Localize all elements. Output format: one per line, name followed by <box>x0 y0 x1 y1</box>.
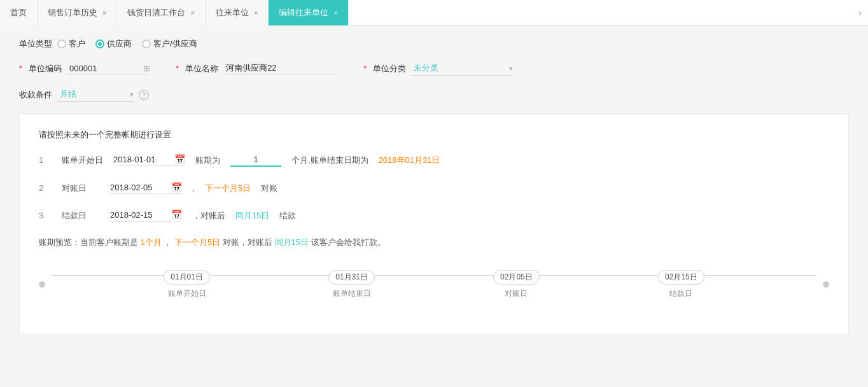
radio-circle-customer-supplier <box>142 39 151 48</box>
unit-code-input[interactable] <box>67 62 143 74</box>
calendar-icon-2[interactable]: 📅 <box>171 182 182 192</box>
unit-category-required: * <box>363 64 367 73</box>
tab-edit-partner-units-label: 编辑往来单位 <box>279 7 328 18</box>
payment-terms-label: 收款条件 <box>19 89 52 101</box>
close-icon[interactable]: × <box>190 9 194 17</box>
row-num-3: 3 <box>39 211 52 220</box>
payment-terms-row: 收款条件 月结 ▾ ? <box>19 87 849 102</box>
close-icon[interactable]: × <box>254 9 258 17</box>
radio-customer-supplier-label: 客户/供应商 <box>153 38 197 50</box>
unit-code-field: * 单位编码 ⊞ <box>19 62 150 75</box>
timeline-badge-4: 02月15日 <box>658 270 704 285</box>
copy-icon[interactable]: ⊞ <box>143 64 150 73</box>
tab-edit-partner-units[interactable]: 编辑往来单位 × <box>269 0 348 25</box>
tab-sales-order-history-label: 销售订单历史 <box>48 7 97 18</box>
radio-circle-supplier <box>95 39 104 48</box>
tabs-scroll-right[interactable]: › <box>852 7 868 18</box>
timeline-node-2: 01月31日 账单结束日 <box>328 270 375 299</box>
preview-suffix: 该客户会给我打款。 <box>311 237 386 247</box>
chevron-down-icon: ▾ <box>130 90 134 99</box>
payment-terms-field: 收款条件 月结 ▾ ? <box>19 87 149 102</box>
calendar-icon-3[interactable]: 📅 <box>171 209 182 220</box>
close-icon[interactable]: × <box>102 9 106 17</box>
unit-name-label: 单位名称 <box>185 63 218 74</box>
row-desc-months: 个月,账单结束日期为 <box>291 155 368 166</box>
date-value-2: 2018-02-05 <box>110 183 167 192</box>
radio-supplier[interactable]: 供应商 <box>95 38 132 50</box>
date-value-3: 2018-02-15 <box>110 210 167 220</box>
tab-sales-order-history[interactable]: 销售订单历史 × <box>38 0 117 25</box>
calendar-icon-1[interactable]: 📅 <box>174 154 185 164</box>
timeline-badge-2: 01月31日 <box>328 270 375 285</box>
preview-payment-day: 同月15日 <box>275 237 309 247</box>
config-row-3: 3 结款日 2018-02-15 📅 ，对账后 同月15日 结款 <box>39 209 829 222</box>
date-field-3: 2018-02-15 📅 <box>110 209 182 222</box>
unit-type-radio-group: 客户 供应商 客户/供应商 <box>57 38 197 50</box>
timeline-node-4: 02月15日 结款日 <box>658 270 704 299</box>
row-desc-payment-pre: ，对账后 <box>192 210 225 222</box>
unit-name-field: * 单位名称 <box>176 62 338 75</box>
preview-prefix: 账期预览：当前客户账期是 <box>39 237 138 247</box>
tab-cash-work-bench[interactable]: 钱货日清工作台 × <box>117 0 205 25</box>
radio-customer-supplier[interactable]: 客户/供应商 <box>142 38 197 50</box>
chevron-down-icon: ▾ <box>509 64 513 73</box>
bill-end-date: 2018年01月31日 <box>379 155 440 166</box>
row-desc-payment-post: 结款 <box>279 210 296 222</box>
row-desc-reconcile-post: 对账 <box>261 183 277 194</box>
tab-partner-units-label: 往来单位 <box>216 7 249 18</box>
row-label-2: 对账日 <box>62 183 100 194</box>
row-desc-reconcile-pre: , <box>192 183 195 193</box>
preview-months: 1个月 <box>141 237 162 247</box>
tab-partner-units[interactable]: 往来单位 × <box>206 0 269 25</box>
close-icon[interactable]: × <box>333 9 337 17</box>
timeline-sub-2: 账单结束日 <box>333 288 371 299</box>
period-input[interactable] <box>230 153 281 167</box>
unit-info-row: * 单位编码 ⊞ * 单位名称 * 单位分类 未分类 ▾ <box>19 61 849 76</box>
config-row-2: 2 对账日 2018-02-05 📅 , 下一个月5日 对账 <box>39 182 829 194</box>
unit-code-input-wrapper: ⊞ <box>67 62 150 75</box>
unit-category-select[interactable]: 未分类 ▾ <box>411 61 513 76</box>
row-num-1: 1 <box>39 155 52 165</box>
card-title: 请按照未来的一个完整帐期进行设置 <box>39 129 829 141</box>
payment-same-month: 同月15日 <box>235 210 269 222</box>
reconcile-next-month: 下一个月5日 <box>205 183 251 194</box>
unit-type-label: 单位类型 <box>19 38 52 50</box>
payment-terms-select[interactable]: 月结 ▾ <box>57 87 134 102</box>
main-content: 单位类型 客户 供应商 客户/供应商 * 单位编码 <box>0 25 868 360</box>
timeline-sub-3: 对账日 <box>505 288 528 299</box>
timeline-dot-left <box>39 281 45 288</box>
date-field-1: 2018-01-01 📅 <box>113 154 185 166</box>
settings-card: 请按照未来的一个完整帐期进行设置 1 账单开始日 2018-01-01 📅 账期… <box>19 113 849 334</box>
tab-cash-work-bench-label: 钱货日清工作台 <box>127 7 185 18</box>
row-label-1: 账单开始日 <box>62 155 103 166</box>
preview-mid2: 对账，对账后 <box>223 237 272 247</box>
tab-home-label: 首页 <box>10 7 27 18</box>
timeline-badge-1: 01月01日 <box>164 270 210 285</box>
radio-customer[interactable]: 客户 <box>57 38 85 50</box>
timeline-sub-1: 账单开始日 <box>168 288 206 299</box>
row-label-3: 结款日 <box>62 210 100 222</box>
timeline-node-3: 02月05日 对账日 <box>493 270 540 299</box>
unit-name-required: * <box>176 64 179 73</box>
tab-home[interactable]: 首页 <box>0 0 38 25</box>
timeline-sub-4: 结款日 <box>669 288 692 299</box>
unit-type-row: 单位类型 客户 供应商 客户/供应商 <box>19 38 849 50</box>
radio-circle-customer <box>57 39 66 48</box>
unit-category-value: 未分类 <box>411 61 509 75</box>
preview-text: 账期预览：当前客户账期是 1个月 ， 下一个月5日 对账，对账后 同月15日 该… <box>39 237 829 248</box>
config-row-1: 1 账单开始日 2018-01-01 📅 账期为 个月,账单结束日期为 2018… <box>39 153 829 167</box>
timeline-dot-right <box>823 281 829 288</box>
unit-category-label: 单位分类 <box>373 63 406 74</box>
tabs-bar: 首页 销售订单历史 × 钱货日清工作台 × 往来单位 × 编辑往来单位 × › <box>0 0 868 25</box>
timeline-node-1: 01月01日 账单开始日 <box>164 270 210 299</box>
unit-name-input[interactable] <box>223 62 338 75</box>
date-value-1: 2018-01-01 <box>113 155 171 164</box>
unit-code-required: * <box>19 64 22 73</box>
radio-customer-label: 客户 <box>69 38 85 50</box>
preview-reconcile-day: 下一个月5日 <box>174 237 220 247</box>
preview-mid1: ， <box>164 237 172 247</box>
row-num-2: 2 <box>39 183 52 193</box>
unit-type-field: 单位类型 客户 供应商 客户/供应商 <box>19 38 197 50</box>
timeline-badge-3: 02月05日 <box>493 270 540 285</box>
help-icon[interactable]: ? <box>139 90 149 100</box>
